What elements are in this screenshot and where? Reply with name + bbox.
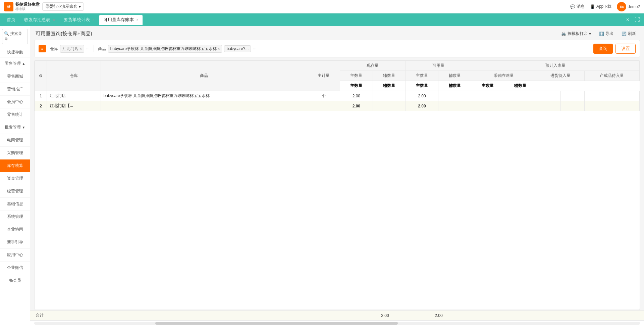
sidebar-item-ecommerce[interactable]: 电商管理 (0, 134, 30, 147)
sidebar-item-system-label: 系统管理 (7, 214, 23, 220)
row2-pt-main (471, 101, 504, 111)
row1-no: 1 (35, 91, 47, 101)
tab-inventory-label: 可用量库存账本 (103, 17, 134, 23)
message-btn[interactable]: 💬 消息 (570, 4, 585, 9)
sidebar-item-appstore[interactable]: 应用中心 (0, 249, 30, 262)
tab-inventory-close[interactable]: × (137, 18, 139, 22)
sidebar-arrow-retail-mgmt: ▲ (22, 62, 25, 65)
footer-avail-aux (452, 313, 479, 318)
tab-order-close[interactable]: × (93, 18, 95, 22)
sidebar-item-operations[interactable]: 经营管理 (0, 185, 30, 198)
filter-expand-btn[interactable]: » (39, 45, 46, 52)
product-label: 商品 (98, 46, 106, 52)
product-tag1-remove[interactable]: × (218, 47, 220, 51)
row2-warehouse: 江北门店【... (47, 101, 101, 111)
user-profile[interactable]: Ea demo2 (617, 2, 640, 11)
row2-pt-aux (504, 101, 537, 111)
th-settings[interactable]: ⚙ (35, 61, 47, 91)
row2-ib-main (537, 101, 560, 111)
footer-stock-aux (398, 313, 425, 318)
data-table: ⚙ 仓库 商品 主计量 现存量 可用量 预计入库量 主数量 辅数量 主数量 辅数… (35, 60, 640, 111)
footer-ib-aux (559, 313, 586, 318)
row2-fin-aux (612, 101, 639, 111)
industry-label: 母婴行业演示账套 (45, 4, 77, 9)
row1-fin-main (584, 91, 612, 101)
warehouse-tag-text: 江北门店 (62, 46, 78, 52)
footer-empty1 (291, 313, 318, 318)
print-btn[interactable]: 🖨️ 按模板打印 ▾ (558, 30, 594, 38)
warehouse-tag-remove[interactable]: × (80, 47, 82, 51)
product-more[interactable]: ··· (253, 46, 256, 51)
scrollbar-thumb[interactable] (155, 322, 397, 325)
sidebar-arrow-wholesale: ▼ (22, 126, 25, 129)
page-header: 可用量查询(按仓库+商品) 🖨️ 按模板打印 ▾ ⬆️ 导出 🔄 刷新 (30, 26, 644, 40)
export-icon: ⬆️ (599, 32, 604, 36)
row2-avail-main: 2.00 (406, 101, 438, 111)
sidebar-item-guide[interactable]: 新手引导 (0, 236, 30, 249)
th-purchase-transit-aux: 辅数量 (373, 81, 406, 91)
warehouse-more[interactable]: ··· (86, 46, 90, 51)
query-btn[interactable]: 查询 (593, 44, 613, 54)
scrollbar-track[interactable] (34, 322, 640, 325)
sidebar-item-wechat[interactable]: 企业微信 (0, 262, 30, 274)
product-tag2[interactable]: babycare?... (224, 45, 251, 52)
settings-btn[interactable]: 设置 (615, 44, 636, 54)
app-download-btn[interactable]: 📱 App下载 (590, 4, 611, 9)
sidebar-item-system[interactable]: 系统管理 (0, 211, 30, 223)
sidebar-item-finance-label: 资金管理 (7, 176, 23, 181)
footer-fin-main (586, 313, 613, 318)
sidebar-item-basic[interactable]: 基础信息 (0, 198, 30, 211)
warehouse-filter-group: 仓库 江北门店 × ··· (50, 45, 90, 53)
row1-fin-aux (612, 91, 639, 101)
filter-divider (94, 45, 94, 52)
sidebar-item-retail-mgmt-label: 零售管理 (5, 61, 21, 66)
sidebar-item-retail-mgmt[interactable]: 零售管理 ▲ (0, 57, 30, 70)
refresh-btn[interactable]: 🔄 刷新 (619, 30, 639, 38)
sidebar-item-wholesale[interactable]: 批发管理 ▼ (0, 121, 30, 134)
row2-product (101, 101, 307, 111)
tab-receive-label: 收发存汇总表 (24, 17, 50, 23)
footer-stock-main: 2.00 (372, 313, 398, 318)
print-icon: 🖨️ (561, 32, 566, 36)
row1-stock-aux (373, 91, 406, 101)
sidebar-item-inventory-check[interactable]: 库存核算 (0, 159, 30, 172)
message-label: 消息 (577, 4, 585, 9)
sidebar-item-enterprise[interactable]: 企业协同 (0, 223, 30, 236)
top-bar: 好 畅捷通好生意 标准版 母婴行业演示账套 ▾ 💬 消息 📱 App下载 Ea … (0, 0, 644, 13)
row2-stock-aux (373, 101, 406, 111)
tab-order[interactable]: 要货单统计表 × (60, 15, 99, 25)
tab-inventory[interactable]: 可用量库存账本 × (99, 15, 143, 25)
sidebar-item-wechat-label: 企业微信 (7, 265, 23, 271)
tab-home[interactable]: 首页 (3, 15, 19, 25)
sidebar-item-retail-stat[interactable]: 零售统计 (0, 108, 30, 121)
industry-selector[interactable]: 母婴行业演示账套 ▾ (42, 2, 84, 11)
app-download-label: App下载 (596, 4, 611, 9)
product-filter-group: 商品 babycare学饮杯 儿童防摔防撞吸管杯重力球吸嘴杯宝宝水杯 × bab… (98, 45, 257, 53)
sidebar-item-purchase[interactable]: 采购管理 (0, 147, 30, 159)
warehouse-tag[interactable]: 江北门店 × (60, 45, 84, 53)
th-avail: 可用量 (406, 61, 471, 71)
th-avail-main: 主数量 (406, 71, 438, 81)
sidebar-search-btn[interactable]: 🔍 搜索菜单 (2, 29, 28, 44)
sidebar-item-marketing[interactable]: 营销推广 (0, 83, 30, 96)
th-estimated: 预计入库量 (471, 61, 640, 71)
export-btn[interactable]: ⬆️ 导出 (596, 30, 616, 38)
sidebar-quick-nav[interactable]: 快捷导航 (0, 47, 30, 57)
tab-receive-close[interactable]: × (53, 18, 55, 22)
top-bar-left: 好 畅捷通好生意 标准版 母婴行业演示账套 ▾ (4, 2, 84, 11)
table-row: 2 江北门店【... 2.00 2.00 (35, 101, 640, 111)
sidebar: 🔍 搜索菜单 快捷导航 零售管理 ▲ 零售商城 营销推广 会员中心 零售统计 批… (0, 26, 30, 326)
product-tag1-text: babycare学饮杯 儿童防摔防撞吸管杯重力球吸嘴杯宝宝水杯 (110, 46, 217, 52)
sidebar-item-finance[interactable]: 资金管理 (0, 172, 30, 185)
th-product: 商品 (101, 61, 307, 91)
sidebar-item-retail-mall[interactable]: 零售商城 (0, 70, 30, 83)
tab-receive[interactable]: 收发存汇总表 × (20, 15, 59, 25)
dropdown-icon: ▾ (79, 4, 81, 9)
sidebar-item-member[interactable]: 会员中心 (0, 96, 30, 108)
th-inbound-main: 主数量 (406, 81, 438, 91)
tab-expand-btn[interactable]: ⛶ (633, 16, 641, 24)
tab-close-all-btn[interactable]: × (625, 16, 631, 24)
sidebar-item-member2[interactable]: 畅会员 (0, 274, 30, 287)
product-tag2-text: babycare?... (226, 46, 249, 51)
product-tag1[interactable]: babycare学饮杯 儿童防摔防撞吸管杯重力球吸嘴杯宝宝水杯 × (108, 45, 222, 53)
